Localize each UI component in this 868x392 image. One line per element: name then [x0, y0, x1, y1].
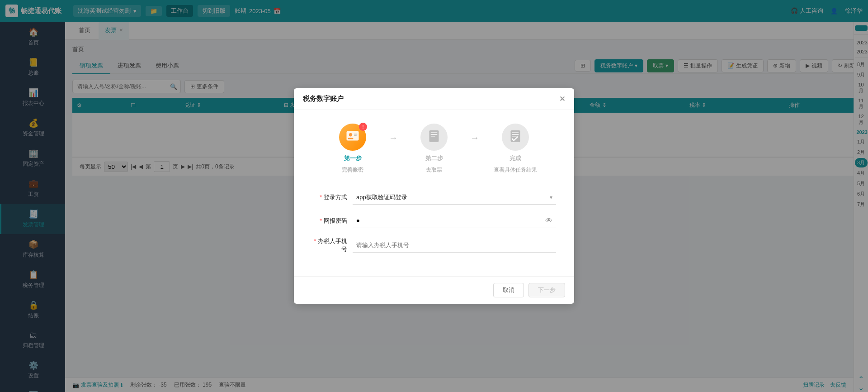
phone-row: 办税人手机号	[312, 237, 556, 253]
password-wrap: 👁	[353, 214, 556, 228]
step2-icon-wrap	[420, 124, 448, 151]
svg-rect-3	[354, 134, 358, 134]
svg-rect-11	[512, 134, 519, 135]
arrow2: →	[461, 124, 488, 143]
password-row: 网报密码 👁	[312, 214, 556, 228]
modal-footer: 取消 下一步	[294, 276, 574, 304]
login-method-row: 登录方式 app获取验证码登录 ▾	[312, 190, 556, 205]
login-method-arrow: ▾	[550, 194, 552, 201]
step1-badge: !	[359, 123, 367, 131]
arrow1: →	[380, 124, 407, 143]
modal: 税务数字账户 ✕	[294, 88, 574, 304]
password-toggle-icon[interactable]: 👁	[545, 217, 552, 225]
svg-point-1	[349, 133, 353, 137]
step1-icon-wrap: !	[339, 124, 366, 151]
svg-rect-12	[512, 136, 517, 137]
cancel-btn[interactable]: 取消	[493, 283, 524, 297]
step2-title: 第二步	[425, 154, 443, 163]
step2-icon	[427, 129, 441, 146]
steps: ! 第一步 完善账密 →	[312, 124, 556, 174]
phone-label: 办税人手机号	[312, 237, 353, 253]
svg-rect-8	[431, 136, 436, 137]
step1-desc: 完善账密	[342, 166, 363, 174]
step1-title: 第一步	[344, 154, 362, 163]
step1-icon	[346, 129, 359, 145]
step3-desc: 查看具体任务结果	[494, 166, 537, 174]
modal-body: ! 第一步 完善账密 →	[294, 110, 574, 276]
login-method-value: app获取验证码登录	[356, 193, 550, 201]
password-label: 网报密码	[312, 217, 353, 225]
modal-overlay: 税务数字账户 ✕	[0, 0, 868, 392]
modal-title: 税务数字账户	[303, 95, 344, 103]
step-1: ! 第一步 完善账密	[326, 124, 380, 174]
svg-rect-4	[354, 135, 357, 136]
step3-title: 完成	[509, 154, 521, 163]
step3-icon-wrap	[502, 124, 529, 151]
login-method-select[interactable]: app获取验证码登录 ▾	[353, 190, 556, 205]
step2-desc: 去取票	[426, 166, 442, 174]
step-3: 完成 查看具体任务结果	[488, 124, 542, 174]
modal-close-btn[interactable]: ✕	[559, 95, 565, 103]
svg-rect-7	[431, 134, 438, 135]
modal-header: 税务数字账户 ✕	[294, 88, 574, 110]
svg-rect-2	[348, 138, 354, 139]
svg-rect-6	[431, 132, 438, 133]
step-2: 第二步 去取票	[407, 124, 461, 174]
phone-input[interactable]	[353, 238, 556, 253]
svg-rect-10	[512, 132, 519, 133]
next-btn[interactable]: 下一步	[528, 283, 565, 297]
login-method-label: 登录方式	[312, 193, 353, 201]
step3-icon	[509, 129, 522, 146]
password-input[interactable]	[353, 215, 556, 227]
